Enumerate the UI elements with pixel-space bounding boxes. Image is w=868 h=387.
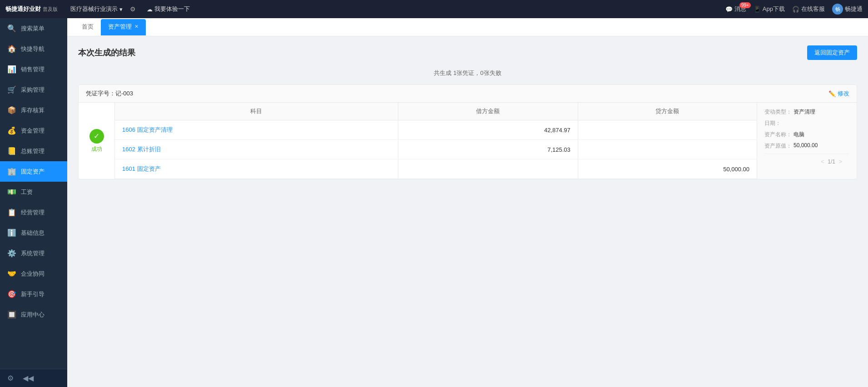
account-cell-1: 1602 累计折旧	[115, 140, 398, 159]
content: 本次生成的结果 返回固定资产 共生成 1张凭证，0张失败 凭证字号：记-003 …	[67, 36, 868, 387]
page-title: 本次生成的结果	[78, 47, 135, 58]
topbar-left: 畅捷通好业财 普及版 医疗器械行业演示 ▾ ⚙ ☁ 我要体验一下	[5, 5, 190, 13]
sidebar-item-basic[interactable]: ℹ️ 基础信息	[0, 223, 67, 243]
cloud-icon: ☁	[147, 6, 153, 13]
collapse-icon[interactable]: ◀◀	[23, 374, 34, 382]
sidebar-label-basic: 基础信息	[21, 229, 45, 237]
funds-icon: 💰	[7, 126, 16, 135]
sidebar-item-appcenter[interactable]: 🔲 应用中心	[0, 304, 67, 325]
sidebar-item-cooperation[interactable]: 🤝 企业协同	[0, 263, 67, 284]
sidebar-item-business[interactable]: 📋 经营管理	[0, 202, 67, 223]
logo: 畅捷通好业财 普及版	[5, 5, 58, 13]
gear-icon[interactable]: ⚙	[130, 5, 136, 13]
logo-edition: 普及版	[43, 6, 58, 12]
avatar: 畅	[832, 4, 843, 15]
table-area: ✓ 成功 科目 借方金额	[79, 103, 757, 179]
debit-cell-2	[398, 159, 578, 179]
tab-close-icon[interactable]: ✕	[134, 24, 139, 30]
col-header-credit: 贷方金额	[578, 103, 757, 120]
prev-page-button[interactable]: <	[821, 159, 824, 165]
settings-icon[interactable]: ⚙	[7, 374, 14, 382]
message-icon: 💬	[725, 6, 733, 13]
tabbar: 首页 资产管理 ✕	[67, 18, 868, 36]
sidebar-item-ledger[interactable]: 📒 总账管理	[0, 141, 67, 161]
info-row-asset-value: 资产原值： 50,000.00	[764, 142, 849, 150]
guide-icon: 🎯	[7, 290, 16, 298]
tab-home-label: 首页	[82, 23, 94, 31]
sales-icon: 📊	[7, 65, 16, 74]
sidebar-item-system[interactable]: ⚙️ 系统管理	[0, 243, 67, 263]
success-circle-icon: ✓	[89, 129, 104, 144]
col-header-account: 科目	[115, 103, 398, 120]
trial-button[interactable]: ☁ 我要体验一下	[147, 5, 190, 13]
account-link-1[interactable]: 1602 累计折旧	[122, 146, 161, 153]
table-row: 1602 累计折旧 7,125.03	[115, 140, 757, 159]
fixed-asset-icon: 🏢	[7, 167, 16, 176]
info-row-date: 日期：	[764, 119, 849, 127]
sidebar-item-inventory[interactable]: 📦 库存核算	[0, 100, 67, 120]
voucher-number: 凭证字号：记-003	[86, 89, 133, 98]
table-row: 1606 固定资产清理 42,874.97	[115, 120, 757, 140]
sidebar-item-guide[interactable]: 🎯 新手引导	[0, 284, 67, 304]
account-link-0[interactable]: 1606 固定资产清理	[122, 126, 173, 133]
inventory-icon: 📦	[7, 106, 16, 114]
sidebar-label-ledger: 总账管理	[21, 147, 45, 155]
sidebar: 🔍 搜索菜单 🏠 快捷导航 📊 销售管理 🛒 采购管理 📦 库存核算 💰	[0, 18, 67, 387]
sidebar-label-quicknav: 快捷导航	[21, 45, 45, 53]
account-cell-2: 1601 固定资产	[115, 159, 398, 179]
payroll-icon: 💵	[7, 188, 16, 196]
sidebar-item-purchase[interactable]: 🛒 采购管理	[0, 79, 67, 100]
appcenter-icon: 🔲	[7, 310, 16, 319]
asset-value-value: 50,000.00	[794, 142, 818, 149]
layout: 🔍 搜索菜单 🏠 快捷导航 📊 销售管理 🛒 采购管理 📦 库存核算 💰	[0, 18, 868, 387]
ledger-icon: 📒	[7, 147, 16, 155]
info-panel: 变动类型： 资产清理 日期： 资产名称： 电脑 资产原值：	[757, 103, 857, 179]
table-rows-col: 科目 借方金额 贷方金额 1606 固定资产清理	[115, 103, 757, 179]
sidebar-item-search[interactable]: 🔍 搜索菜单	[0, 18, 67, 39]
asset-name-label: 资产名称：	[764, 131, 794, 139]
sidebar-label-business: 经营管理	[21, 208, 45, 217]
info-row-change-type: 变动类型： 资产清理	[764, 108, 849, 116]
sidebar-item-funds[interactable]: 💰 资金管理	[0, 120, 67, 141]
debit-cell-0: 42,874.97	[398, 120, 578, 140]
success-text: 成功	[91, 145, 102, 153]
sidebar-item-quicknav[interactable]: 🏠 快捷导航	[0, 39, 67, 59]
purchase-icon: 🛒	[7, 85, 16, 94]
main: 首页 资产管理 ✕ 本次生成的结果 返回固定资产 共生成 1张凭证，0张失败 凭…	[67, 18, 868, 387]
message-badge: 99+	[739, 2, 751, 8]
tab-home[interactable]: 首页	[74, 19, 101, 35]
page-info: 1/1	[828, 159, 835, 165]
sidebar-label-payroll: 工资	[21, 188, 33, 196]
logo-text: 畅捷通好业财	[5, 5, 41, 12]
sidebar-label-funds: 资金管理	[21, 127, 45, 135]
pagination: < 1/1 >	[764, 154, 849, 169]
message-button[interactable]: 💬 消息 99+	[725, 5, 746, 13]
company-selector[interactable]: 医疗器械行业演示 ▾	[70, 5, 123, 13]
user-menu[interactable]: 畅 畅捷通	[832, 4, 863, 15]
account-link-2[interactable]: 1601 固定资产	[122, 165, 161, 172]
asset-name-value: 电脑	[794, 131, 804, 139]
next-page-button[interactable]: >	[839, 159, 842, 165]
sidebar-item-payroll[interactable]: 💵 工资	[0, 182, 67, 202]
tab-asset[interactable]: 资产管理 ✕	[101, 19, 146, 35]
sidebar-item-sales[interactable]: 📊 销售管理	[0, 59, 67, 79]
sidebar-label-cooperation: 企业协同	[21, 270, 45, 278]
voucher-header: 凭证字号：记-003 ✏️ 修改	[79, 85, 857, 103]
credit-cell-1	[578, 140, 757, 159]
sidebar-label-fixed: 固定资产	[21, 168, 45, 176]
search-icon: 🔍	[7, 24, 16, 33]
tab-asset-label: 资产管理	[108, 23, 132, 31]
back-to-fixed-button[interactable]: 返回固定资产	[807, 45, 857, 60]
edit-voucher-button[interactable]: ✏️ 修改	[828, 89, 849, 98]
app-download-button[interactable]: 📱 App下载	[754, 5, 785, 13]
sidebar-label-guide: 新手引导	[21, 290, 45, 298]
credit-cell-2: 50,000.00	[578, 159, 757, 179]
asset-value-label: 资产原值：	[764, 142, 794, 150]
sidebar-item-fixed[interactable]: 🏢 固定资产	[0, 161, 67, 182]
chevron-down-icon: ▾	[119, 6, 123, 13]
basic-icon: ℹ️	[7, 228, 16, 237]
business-icon: 📋	[7, 208, 16, 217]
online-service-button[interactable]: 🎧 在线客服	[792, 5, 825, 13]
col-header-debit: 借方金额	[398, 103, 578, 120]
info-row-asset-name: 资产名称： 电脑	[764, 131, 849, 139]
